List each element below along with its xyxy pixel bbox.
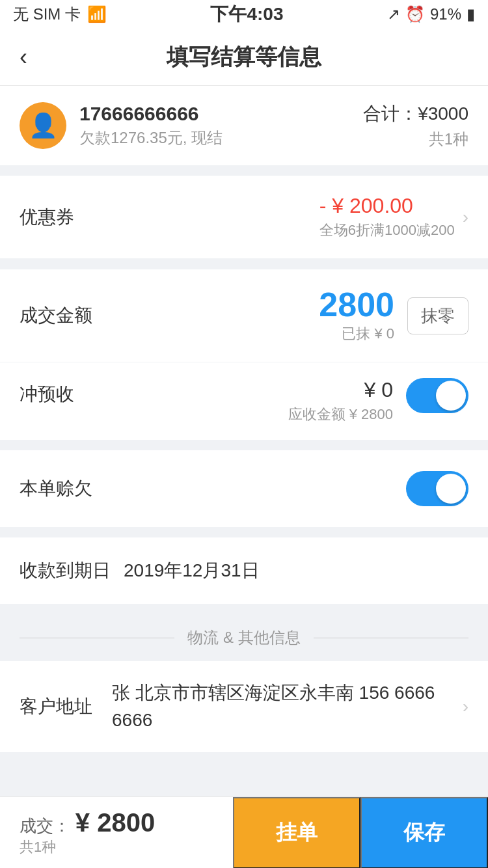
- status-time: 下午4:03: [210, 2, 283, 27]
- location-icon: ↗: [387, 5, 400, 23]
- pending-button[interactable]: 挂单: [233, 797, 360, 869]
- card-total: 合计：¥3000 共1种: [363, 102, 468, 150]
- coupon-description: 全场6折满1000减200: [319, 221, 455, 240]
- prepay-sub: 应收金额 ¥ 2800: [288, 405, 393, 424]
- amount-right: 2800 已抹 ¥ 0 抹零: [319, 288, 468, 344]
- back-button[interactable]: ‹: [20, 44, 27, 71]
- prepay-values: ¥ 0 应收金额 ¥ 2800: [288, 378, 393, 424]
- footer-transaction-line: 成交： ¥ 2800: [20, 808, 213, 837]
- debt-row: 本单赊欠: [0, 450, 488, 527]
- total-count: 共1种: [363, 129, 468, 150]
- coupon-label: 优惠券: [20, 205, 74, 230]
- customer-card: 👤 17666666666 欠款1276.35元, 现结 合计：¥3000 共1…: [0, 86, 488, 165]
- logistics-label: 物流 & 其他信息: [187, 627, 300, 648]
- divider-line-right: [314, 638, 468, 638]
- amount-sub: 已抹 ¥ 0: [319, 324, 394, 344]
- battery-label: 91%: [430, 5, 461, 23]
- coupon-row[interactable]: 优惠券 - ¥ 200.00 全场6折满1000减200 ›: [0, 176, 488, 259]
- total-label-amount: 合计：¥3000: [363, 102, 468, 126]
- debt-section: 本单赊欠: [0, 450, 488, 527]
- page-title: 填写结算等信息: [167, 42, 321, 72]
- chevron-right-icon: ›: [463, 207, 468, 228]
- wifi-icon: 📶: [87, 5, 107, 23]
- prepay-amount: ¥ 0: [288, 378, 393, 402]
- amount-values: 2800 已抹 ¥ 0: [319, 288, 394, 344]
- footer-count: 共1种: [20, 837, 213, 857]
- logistics-divider: 物流 & 其他信息: [0, 614, 488, 661]
- prepay-toggle[interactable]: [406, 378, 468, 413]
- footer-info: 成交： ¥ 2800 共1种: [0, 808, 233, 857]
- header: ‹ 填写结算等信息: [0, 29, 488, 86]
- debt-label: 本单赊欠: [20, 476, 92, 501]
- amount-label: 成交金额: [20, 303, 92, 328]
- prepay-row: 冲预收 ¥ 0 应收金额 ¥ 2800: [0, 362, 488, 440]
- due-date-label: 收款到期日: [20, 558, 111, 583]
- coupon-section: 优惠券 - ¥ 200.00 全场6折满1000减200 ›: [0, 176, 488, 259]
- due-date-row: 收款到期日 2019年12月31日: [0, 537, 488, 604]
- alarm-icon: ⏰: [405, 5, 425, 23]
- total-amount: ¥3000: [418, 103, 468, 124]
- toggle-knob: [436, 381, 466, 411]
- footer: 成交： ¥ 2800 共1种 挂单 保存: [0, 796, 488, 868]
- address-chevron-icon: ›: [463, 696, 468, 717]
- total-label: 合计：: [363, 103, 418, 124]
- footer-amount: ¥ 2800: [75, 808, 155, 837]
- coupon-right: - ¥ 200.00 全场6折满1000减200 ›: [319, 194, 468, 240]
- transaction-value: 2800: [319, 288, 394, 321]
- coupon-discount: - ¥ 200.00: [319, 194, 455, 218]
- footer-transaction-label: 成交：: [20, 816, 70, 835]
- divider-1: [0, 165, 488, 176]
- debt-toggle-knob: [436, 474, 466, 504]
- divider-2: [0, 259, 488, 269]
- customer-debt: 欠款1276.35元, 现结: [79, 128, 223, 148]
- divider-3: [0, 440, 488, 450]
- divider-4: [0, 527, 488, 537]
- address-value: 张 北京市市辖区海淀区永丰南 156 6666 6666: [112, 679, 463, 734]
- amount-row: 成交金额 2800 已抹 ¥ 0 抹零: [0, 269, 488, 362]
- sim-label: 无 SIM 卡: [13, 4, 81, 25]
- customer-phone: 17666666666: [79, 103, 223, 125]
- status-right: ↗ ⏰ 91% ▮: [387, 5, 475, 23]
- round-button[interactable]: 抹零: [407, 297, 468, 334]
- address-label: 客户地址: [20, 694, 92, 719]
- prepay-label: 冲预收: [20, 378, 74, 407]
- avatar: 👤: [20, 102, 66, 149]
- customer-details: 17666666666 欠款1276.35元, 现结: [79, 103, 223, 148]
- status-bar: 无 SIM 卡 📶 下午4:03 ↗ ⏰ 91% ▮: [0, 0, 488, 29]
- due-date-section: 收款到期日 2019年12月31日: [0, 537, 488, 604]
- address-section: 客户地址 张 北京市市辖区海淀区永丰南 156 6666 6666 ›: [0, 661, 488, 752]
- coupon-values: - ¥ 200.00 全场6折满1000减200: [319, 194, 455, 240]
- debt-toggle[interactable]: [406, 471, 468, 506]
- amount-section: 成交金额 2800 已抹 ¥ 0 抹零 冲预收 ¥ 0 应收金额 ¥ 2800: [0, 269, 488, 440]
- battery-icon: ▮: [467, 5, 475, 23]
- customer-info-left: 👤 17666666666 欠款1276.35元, 现结: [20, 102, 223, 149]
- avatar-icon: 👤: [29, 112, 58, 139]
- due-date-value: 2019年12月31日: [124, 558, 260, 583]
- divider-line-left: [20, 638, 174, 638]
- save-button[interactable]: 保存: [360, 797, 488, 869]
- address-row[interactable]: 客户地址 张 北京市市辖区海淀区永丰南 156 6666 6666 ›: [0, 661, 488, 752]
- status-left: 无 SIM 卡 📶: [13, 4, 107, 25]
- divider-5: [0, 604, 488, 614]
- prepay-right: ¥ 0 应收金额 ¥ 2800: [288, 378, 468, 424]
